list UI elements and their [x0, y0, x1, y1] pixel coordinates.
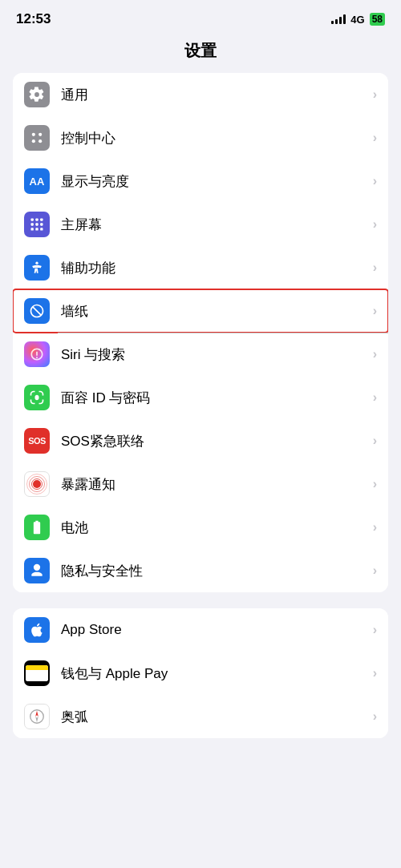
faceid-label: 面容 ID 与密码	[61, 389, 368, 407]
row-appstore[interactable]: App Store ›	[13, 608, 388, 652]
appstore-chevron: ›	[373, 623, 377, 637]
row-wallet[interactable]: 钱包与 Apple Pay ›	[13, 652, 388, 695]
svg-point-13	[35, 262, 38, 264]
svg-rect-9	[40, 223, 43, 225]
compass-chevron: ›	[373, 709, 377, 724]
sos-chevron: ›	[373, 434, 377, 448]
svg-rect-7	[31, 223, 34, 225]
sos-icon: SOS	[24, 428, 50, 454]
wallet-icon	[24, 660, 50, 686]
svg-rect-11	[35, 228, 38, 230]
accessibility-label: 辅助功能	[61, 259, 368, 277]
faceid-chevron: ›	[373, 390, 377, 405]
settings-group-1: 通用 › 控制中心 › AA 显示与亮度 › 主屏幕 › 辅助功能 ›	[13, 73, 388, 592]
control-center-chevron: ›	[373, 131, 377, 145]
row-accessibility[interactable]: 辅助功能 ›	[13, 246, 388, 289]
svg-rect-12	[40, 228, 43, 230]
svg-rect-10	[31, 228, 34, 230]
svg-marker-16	[35, 717, 38, 722]
compass-icon	[24, 704, 50, 729]
row-compass[interactable]: 奥弧 ›	[13, 695, 388, 738]
siri-chevron: ›	[373, 347, 377, 361]
sos-label: SOS紧急联络	[61, 432, 368, 450]
exposure-label: 暴露通知	[61, 475, 368, 494]
row-general[interactable]: 通用 ›	[13, 73, 388, 116]
row-privacy[interactable]: 隐私与安全性 ›	[13, 549, 388, 592]
status-icons: 4G 58	[331, 13, 385, 26]
general-icon	[24, 82, 50, 107]
svg-marker-15	[35, 711, 38, 717]
general-label: 通用	[61, 86, 368, 104]
row-control-center[interactable]: 控制中心 ›	[13, 116, 388, 159]
accessibility-chevron: ›	[373, 260, 377, 275]
svg-point-1	[38, 133, 42, 136]
display-label: 显示与亮度	[61, 172, 368, 191]
row-battery[interactable]: 电池 ›	[13, 506, 388, 549]
wallet-label: 钱包与 Apple Pay	[61, 664, 368, 683]
control-center-icon	[24, 125, 50, 151]
status-time: 12:53	[16, 11, 51, 27]
svg-rect-6	[40, 219, 43, 221]
appstore-icon	[24, 617, 50, 643]
exposure-icon	[24, 471, 50, 497]
battery-icon	[24, 515, 50, 540]
svg-point-3	[38, 139, 42, 143]
page-title: 设置	[184, 42, 217, 59]
homescreen-label: 主屏幕	[61, 216, 368, 234]
battery-label: 电池	[61, 519, 368, 537]
wallet-chevron: ›	[373, 666, 377, 680]
privacy-chevron: ›	[373, 563, 377, 578]
svg-rect-4	[31, 219, 34, 221]
row-display[interactable]: AA 显示与亮度 ›	[13, 159, 388, 203]
row-faceid[interactable]: 面容 ID 与密码 ›	[13, 376, 388, 419]
network-type: 4G	[350, 14, 364, 26]
battery-chevron: ›	[373, 520, 377, 535]
row-sos[interactable]: SOS SOS紧急联络 ›	[13, 419, 388, 462]
row-homescreen[interactable]: 主屏幕 ›	[13, 203, 388, 246]
wallpaper-icon	[24, 298, 50, 324]
battery-percent: 58	[370, 13, 385, 26]
wallpaper-label: 墙纸	[61, 302, 368, 321]
exposure-chevron: ›	[373, 477, 377, 491]
svg-point-2	[32, 139, 35, 143]
display-icon: AA	[24, 168, 50, 194]
row-exposure[interactable]: 暴露通知 ›	[13, 462, 388, 506]
svg-point-0	[32, 133, 35, 136]
display-chevron: ›	[373, 174, 377, 188]
control-center-label: 控制中心	[61, 129, 368, 147]
page-title-bar: 设置	[0, 34, 401, 73]
row-siri[interactable]: Siri 与搜索 ›	[13, 333, 388, 376]
appstore-label: App Store	[61, 622, 368, 638]
privacy-icon	[24, 558, 50, 583]
homescreen-icon	[24, 212, 50, 237]
general-chevron: ›	[373, 87, 377, 102]
faceid-icon	[24, 385, 50, 410]
battery-container: 58	[370, 13, 385, 26]
siri-label: Siri 与搜索	[61, 345, 368, 364]
signal-icon	[331, 14, 346, 24]
compass-label: 奥弧	[61, 708, 368, 726]
wallpaper-chevron: ›	[373, 304, 377, 318]
status-bar: 12:53 4G 58	[0, 0, 401, 34]
svg-rect-5	[35, 219, 38, 221]
privacy-label: 隐私与安全性	[61, 562, 368, 580]
svg-rect-8	[35, 223, 38, 225]
accessibility-icon	[24, 255, 50, 281]
row-wallpaper[interactable]: 墙纸 ›	[13, 289, 388, 333]
homescreen-chevron: ›	[373, 217, 377, 232]
settings-group-2: App Store › 钱包与 Apple Pay › 奥弧 ›	[13, 608, 388, 738]
siri-icon	[24, 341, 50, 367]
